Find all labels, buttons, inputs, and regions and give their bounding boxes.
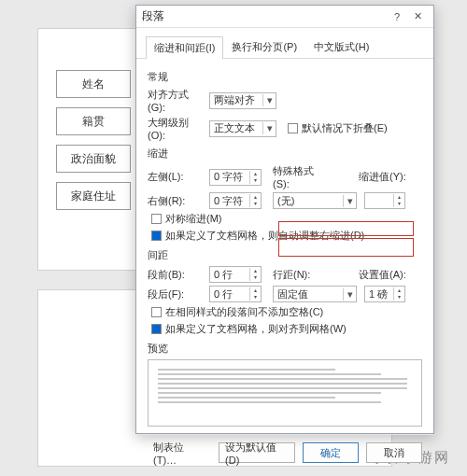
- indent-right-spinner[interactable]: 0 字符 ▴▾: [209, 192, 262, 209]
- after-value: 0 行: [210, 287, 249, 301]
- chevron-down-icon: ▾: [262, 94, 276, 106]
- special-label: 特殊格式(S):: [273, 164, 321, 189]
- chevron-down-icon: ▾: [343, 288, 356, 301]
- cancel-button[interactable]: 取消: [366, 442, 422, 463]
- tab-bar: 缩进和间距(I) 换行和分页(P) 中文版式(H): [136, 28, 433, 59]
- auto-indent-label: 如果定义了文档网格，则自动调整右缩进(D): [165, 229, 364, 243]
- spinner-arrows-icon: ▴▾: [249, 171, 261, 184]
- tab-indent-spacing[interactable]: 缩进和间距(I): [146, 36, 223, 59]
- section-indent: 缩进: [148, 147, 422, 161]
- collapsed-checkbox[interactable]: [288, 123, 298, 133]
- outline-label: 大纲级别(O):: [148, 116, 205, 141]
- help-button[interactable]: ?: [387, 8, 407, 25]
- before-label: 段前(B):: [148, 268, 205, 282]
- tab-asian-typography[interactable]: 中文版式(H): [305, 35, 377, 58]
- dialog-title: 段落: [142, 8, 164, 24]
- ok-button[interactable]: 确定: [303, 442, 359, 463]
- spinner-arrows-icon: ▴▾: [249, 194, 261, 207]
- title-bar: 段落 ? ✕: [136, 6, 433, 28]
- spinner-arrows-icon: ▴▾: [393, 194, 404, 207]
- after-label: 段后(F):: [148, 287, 205, 301]
- dialog-footer: 制表位(T)… 设为默认值(D) 确定 取消: [136, 434, 433, 470]
- indent-right-value: 0 字符: [210, 194, 249, 208]
- form-label: 籍贯: [56, 107, 131, 135]
- nospace-label: 在相同样式的段落间不添加空格(C): [165, 305, 323, 319]
- nospace-checkbox[interactable]: [151, 307, 162, 317]
- form-label: 政治面貌: [56, 145, 131, 173]
- indent-val-spinner[interactable]: ▴▾: [364, 192, 405, 209]
- alignment-combo[interactable]: 两端对齐 ▾: [209, 92, 276, 109]
- setat-label: 设置值(A):: [359, 268, 407, 282]
- linespacing-label: 行距(N):: [273, 268, 321, 282]
- indent-right-label: 右侧(R):: [148, 194, 205, 208]
- indent-left-value: 0 字符: [210, 170, 249, 184]
- close-button[interactable]: ✕: [407, 8, 428, 25]
- mirror-checkbox[interactable]: [151, 214, 162, 224]
- spinner-arrows-icon: ▴▾: [249, 287, 261, 301]
- after-spinner[interactable]: 0 行 ▴▾: [209, 286, 262, 302]
- section-preview: 预览: [148, 342, 422, 356]
- alignment-value: 两端对齐: [210, 93, 262, 107]
- special-value: (无): [274, 194, 343, 208]
- section-spacing: 间距: [148, 248, 422, 262]
- section-general: 常规: [148, 70, 422, 84]
- linespacing-combo[interactable]: 固定值 ▾: [273, 286, 357, 302]
- dialog-body: 常规 对齐方式(G): 两端对齐 ▾ 大纲级别(O): 正文文本 ▾ 默认情况下…: [136, 59, 433, 434]
- indent-left-spinner[interactable]: 0 字符 ▴▾: [209, 169, 262, 186]
- setat-value: 1 磅: [365, 287, 393, 301]
- indent-val-label: 缩进值(Y):: [359, 170, 407, 184]
- form-label: 姓名: [56, 70, 131, 98]
- paragraph-dialog: 段落 ? ✕ 缩进和间距(I) 换行和分页(P) 中文版式(H) 常规 对齐方式…: [135, 5, 434, 434]
- snap-checkbox[interactable]: [151, 324, 162, 334]
- alignment-label: 对齐方式(G):: [148, 88, 205, 113]
- form-label: 家庭住址: [56, 182, 131, 210]
- tab-line-page-breaks[interactable]: 换行和分页(P): [223, 35, 305, 58]
- spinner-arrows-icon: ▴▾: [249, 268, 261, 281]
- before-spinner[interactable]: 0 行 ▴▾: [209, 266, 262, 283]
- collapsed-label: 默认情况下折叠(E): [302, 121, 388, 135]
- spinner-arrows-icon: ▴▾: [393, 287, 404, 301]
- indent-left-label: 左侧(L):: [148, 170, 205, 184]
- outline-combo[interactable]: 正文文本 ▾: [209, 120, 276, 137]
- outline-value: 正文文本: [210, 121, 262, 135]
- mirror-label: 对称缩进(M): [165, 212, 222, 226]
- preview-pane: [148, 359, 422, 427]
- special-combo[interactable]: (无) ▾: [273, 192, 357, 209]
- set-default-button[interactable]: 设为默认值(D): [219, 442, 295, 463]
- linespacing-value: 固定值: [274, 287, 343, 301]
- setat-spinner[interactable]: 1 磅 ▴▾: [364, 286, 405, 302]
- before-value: 0 行: [210, 268, 249, 282]
- chevron-down-icon: ▾: [343, 195, 356, 207]
- auto-indent-checkbox[interactable]: [151, 231, 162, 241]
- chevron-down-icon: ▾: [262, 122, 276, 134]
- snap-label: 如果定义了文档网格，则对齐到网格(W): [165, 322, 347, 336]
- tabs-button[interactable]: 制表位(T)…: [148, 442, 211, 463]
